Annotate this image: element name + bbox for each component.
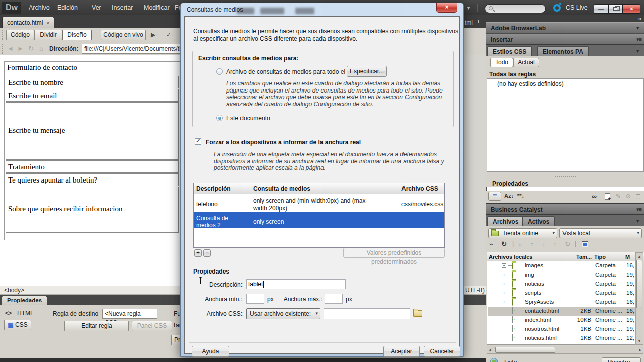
live-view-icon[interactable]: ▶▾: [151, 31, 158, 38]
new-rule-icon[interactable]: [605, 193, 610, 200]
css-mode-button[interactable]: ▦ CSS: [4, 320, 31, 330]
insert-menu-icon[interactable]: ▾≡: [636, 36, 641, 43]
html-mode-button[interactable]: HTML: [17, 310, 34, 317]
expand-noticias-icon[interactable]: +: [502, 282, 506, 286]
disable-rule-icon[interactable]: ⊘: [626, 193, 631, 200]
expand-panel-icon[interactable]: [582, 241, 588, 247]
css-panel-menu-icon[interactable]: ▾≡: [636, 48, 641, 54]
name-input[interactable]: Escribe tu nombre: [6, 76, 179, 88]
tab-activos[interactable]: Activos: [522, 216, 555, 226]
col-tam[interactable]: Tam...: [574, 252, 592, 261]
remove-query-button[interactable]: −: [203, 249, 211, 257]
refresh-icon[interactable]: ↻: [28, 45, 34, 52]
target-rule-select[interactable]: <Nueva regla CSS>▾: [102, 309, 157, 319]
business-catalyst-header[interactable]: Business Catalyst ▾≡: [486, 204, 644, 215]
file-row-nosotros[interactable]: nosotros.html1KBChrome ...19,: [488, 325, 636, 334]
checkin-icon[interactable]: ↑: [553, 240, 557, 248]
actual-button[interactable]: Actual: [513, 58, 539, 67]
browserlab-menu-icon[interactable]: ▾≡: [636, 25, 641, 31]
expand-spryassets-icon[interactable]: +: [502, 300, 506, 304]
edit-rule-icon[interactable]: ✎: [616, 193, 621, 200]
tratamiento-input[interactable]: Tratamiento: [6, 160, 179, 173]
category-view-button[interactable]: ≣: [488, 192, 501, 201]
sync-icon[interactable]: ↻: [565, 240, 570, 248]
force-width-checkbox[interactable]: ✓: [195, 138, 201, 145]
properties-tab[interactable]: Propiedades: [2, 296, 47, 305]
cs-live-label[interactable]: CS Live: [566, 4, 588, 11]
cssfile-select[interactable]: Usar archivo existente:▾: [246, 308, 320, 319]
address-input[interactable]: [82, 44, 182, 54]
back-icon[interactable]: ◄: [7, 45, 14, 52]
file-row-contacto-selected[interactable]: contacto.html2KBChrome ...16,: [488, 307, 636, 316]
file-row-noticias-html[interactable]: noticias.html1KBChrome ...12,: [488, 334, 636, 343]
message-textarea[interactable]: Escribe tu mensaje: [6, 102, 179, 160]
get-files-icon[interactable]: ↓: [518, 240, 522, 248]
tab-contacto-html[interactable]: contacto.html×: [2, 17, 54, 28]
restore-button[interactable]: [608, 4, 623, 14]
tab-close-icon[interactable]: ×: [46, 20, 49, 26]
hscroll-thumb[interactable]: [495, 347, 555, 353]
email-input[interactable]: Escribe tu email: [6, 89, 179, 102]
split-view-button[interactable]: Dividir: [34, 30, 62, 40]
edit-rule-button[interactable]: Editar regla: [64, 321, 129, 331]
expand-img-icon[interactable]: +: [502, 273, 506, 277]
sort-az-icon[interactable]: Az↓: [504, 193, 514, 199]
tab-estilos-css[interactable]: Estilos CSS: [487, 46, 532, 56]
forward-icon[interactable]: ►: [17, 45, 24, 52]
tab-archivos[interactable]: Archivos: [487, 216, 524, 226]
site-select[interactable]: Tienda online▾: [488, 228, 557, 238]
minimize-button[interactable]: —: [594, 4, 608, 14]
menu-insertar[interactable]: Insertar: [110, 0, 135, 15]
workspace-dropdown-icon[interactable]: ▾: [467, 5, 470, 11]
dialog-close-button[interactable]: ×: [436, 3, 457, 13]
refresh-files-icon[interactable]: ↻: [501, 240, 507, 248]
live-code-button[interactable]: Código en vivo: [101, 30, 146, 40]
scroll-left-icon[interactable]: ◂: [489, 347, 491, 352]
attach-stylesheet-icon[interactable]: ∞: [592, 192, 597, 200]
browse-folder-icon[interactable]: [413, 310, 422, 317]
delete-rule-icon[interactable]: [636, 194, 640, 199]
site-file-radio[interactable]: [216, 68, 223, 75]
body-tag[interactable]: <body>: [4, 287, 24, 294]
cancel-dialog-button[interactable]: Cancelar: [424, 346, 460, 357]
search-input[interactable]: [485, 4, 546, 13]
boletin-input[interactable]: Te quieres apuntar al boletin?: [6, 173, 179, 186]
check-browser-icon[interactable]: ✓▾: [166, 31, 174, 38]
rules-list[interactable]: (no hay estilos definidos): [487, 78, 644, 172]
put-files-icon[interactable]: ↑: [530, 240, 534, 248]
tab-elementos-pa[interactable]: Elementos PA: [537, 46, 589, 56]
code-view-button[interactable]: Código: [6, 30, 34, 40]
menu-edicion[interactable]: Edición: [55, 0, 80, 15]
defaults-button[interactable]: Valores predefinidos predeterminados: [343, 248, 445, 258]
connect-icon[interactable]: ⌁: [489, 240, 493, 248]
files-vscrollbar[interactable]: ▴ ▾: [635, 252, 643, 345]
menu-ver[interactable]: Ver: [90, 0, 103, 15]
scroll-up-icon[interactable]: ▴: [636, 253, 643, 259]
expand-scripts-icon[interactable]: +: [502, 291, 506, 295]
todo-button[interactable]: Todo: [490, 58, 513, 67]
accept-button[interactable]: Aceptar: [383, 346, 420, 357]
file-row-noticias-folder[interactable]: + noticiasCarpeta19,: [488, 280, 636, 289]
cssfile-input[interactable]: [324, 308, 410, 319]
menu-archivo[interactable]: Archivo: [27, 0, 52, 15]
file-row-spryassets[interactable]: + SpryAssetsCarpeta16,: [488, 298, 636, 307]
this-document-radio[interactable]: [216, 115, 223, 121]
vscroll-thumb[interactable]: [636, 260, 642, 308]
table-row-telefono[interactable]: telefono only screen and (min-width:0px)…: [194, 194, 444, 212]
doc-restore-icon[interactable]: [478, 20, 482, 23]
file-row-scripts[interactable]: + scriptsCarpeta16,: [488, 289, 636, 298]
scroll-right-icon[interactable]: ▸: [639, 347, 641, 352]
col-tipo[interactable]: Tipo: [592, 252, 623, 261]
view-select[interactable]: Vista local▾: [559, 228, 642, 238]
file-row-images[interactable]: + imagesCarpeta16,: [488, 261, 636, 270]
min-width-input[interactable]: [246, 294, 264, 304]
registro-button[interactable]: Registro...: [602, 357, 641, 362]
browserlab-panel-header[interactable]: Adobe BrowserLab ▾≡: [486, 22, 644, 33]
insert-panel-header[interactable]: Insertar ▾≡: [486, 34, 644, 45]
help-button[interactable]: Ayuda: [192, 346, 229, 357]
sort-custom-icon[interactable]: **↓: [517, 193, 524, 199]
col-archivos-locales[interactable]: Archivos locales: [487, 252, 574, 261]
menu-modificar[interactable]: Modificar: [142, 0, 172, 15]
expand-images-icon[interactable]: +: [502, 263, 506, 268]
design-view-button[interactable]: Diseño: [62, 30, 92, 40]
